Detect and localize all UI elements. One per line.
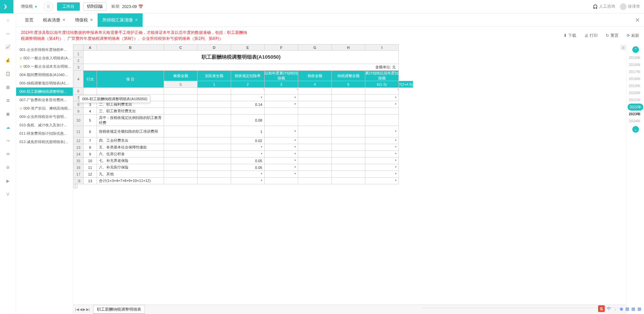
form-list: 001-企业所得税年度纳税申...⊘002-一般企业收入明细表(A...⊘003… <box>16 44 73 314</box>
year-item[interactable]: 2022年 <box>628 104 643 111</box>
form-list-item[interactable]: 005-纳税调整项目明细表(A1... <box>16 79 73 87</box>
nav-report-icon[interactable]: ▭ <box>5 30 11 37</box>
form-list-item[interactable]: 012-减免所得税优惠明细表(... <box>16 138 73 146</box>
form-list-item[interactable]: ⊘002-一般企业收入明细表(A... <box>16 54 73 62</box>
tab-税表清册[interactable]: 税表清册✕ <box>38 13 70 27</box>
close-icon[interactable]: ✕ <box>90 18 93 22</box>
tab-所得税汇算清缴[interactable]: 所得税汇算清缴✕ <box>98 13 143 27</box>
year-item[interactable]: 2023年 <box>628 111 643 118</box>
nav-video-icon[interactable]: ▶ <box>5 178 11 184</box>
sheet-nav-last-icon[interactable]: ▶| <box>86 307 90 312</box>
workbench-button[interactable]: 工作台 <box>57 2 80 11</box>
download-button[interactable]: ⬇ 下载 <box>564 33 576 39</box>
nav-active-icon[interactable]: ☁ <box>5 124 11 131</box>
year-item[interactable]: 2016年 <box>628 61 643 68</box>
year-up-icon[interactable]: ⌃ <box>632 46 639 53</box>
warn-icon: ⊘ <box>19 56 22 60</box>
sheet-nav-prev-icon[interactable]: ◀ <box>79 307 82 312</box>
nav-calendar-icon[interactable]: ▣ <box>5 111 11 117</box>
spreadsheet[interactable]: ABCDEFGHI1职工薪酬纳税调整明细表(A105050)23金额单位: 元4… <box>73 44 413 184</box>
form-list-item[interactable]: 001-企业所得税年度纳税申... <box>16 46 73 54</box>
warning-text: 2019年度涉及取以前年度结转数据的申报表单元格需要手工维护正确，才能保证本年及… <box>21 29 249 42</box>
left-nav: ⌂ ▭ 📈 💰 📋 ▦ 〓 ▣ ☁ ↪ ✉ ⚙ ▶ V <box>0 13 16 314</box>
form-list-item[interactable]: ⊘008-资产折旧、摊销及纳税... <box>16 104 73 113</box>
form-list-item[interactable]: 009-企业所得税弥补亏损明... <box>16 113 73 121</box>
document-icon[interactable]: ☰ <box>44 2 53 11</box>
nav-v-icon[interactable]: V <box>5 191 11 198</box>
nav-chart-icon[interactable]: 📈 <box>5 44 11 50</box>
chevron-down-icon: ▾ <box>35 4 37 9</box>
toolbar: 2019年度涉及取以前年度结转数据的申报表单元格需要手工维护正确，才能保证本年及… <box>16 27 644 44</box>
year-down-icon[interactable]: ⌄ <box>632 126 639 133</box>
year-item[interactable]: 2017年 <box>628 68 643 75</box>
ime-s-icon[interactable]: S <box>598 305 605 312</box>
period-value[interactable]: 2023-09 <box>122 4 137 9</box>
user-menu[interactable]: 徐泽华 <box>620 3 640 10</box>
consult-link[interactable]: 🎧 人工咨询 <box>593 4 615 9</box>
sheet-tab[interactable]: 职工薪酬纳税调整明细表 <box>93 305 145 314</box>
ime-item[interactable]: ◉ <box>620 306 623 311</box>
tax-type-select[interactable]: 增值税 ▾ <box>21 4 37 9</box>
sheet-tab-bar: |◀ ◀ ▶ ▶| 职工薪酬纳税调整明细表 <box>73 305 627 314</box>
year-item[interactable]: 2018年 <box>628 75 643 82</box>
nav-settings-icon[interactable]: ⚙ <box>5 164 11 171</box>
horizontal-scrollbar[interactable] <box>422 308 623 312</box>
ime-item[interactable]: ▦ <box>637 306 641 311</box>
topbar: 增值税 ▾ ☰ 工作台 切到旧版 账期 2023-09 📅 🎧 人工咨询 徐泽华 <box>0 0 644 13</box>
expand-arrow-icon[interactable]: » <box>621 45 626 50</box>
app-logo[interactable] <box>0 0 13 13</box>
ime-toolbar: S 中 ， ◉ ▦ ▦ ▦ <box>598 305 641 312</box>
year-item[interactable]: 2020年 <box>628 89 643 97</box>
year-item[interactable]: 2024年 <box>628 118 643 125</box>
ime-item[interactable]: ▦ <box>631 306 635 311</box>
tax-type-label: 增值税 <box>21 4 33 9</box>
collapse-handle[interactable]: ‹ <box>73 179 78 189</box>
form-list-item[interactable]: 010-免税、减计收入及加计... <box>16 121 73 129</box>
close-all-tabs-icon[interactable]: ✕ <box>635 16 640 24</box>
year-sidebar: ⌃ 2015年2016年2017年2018年2019年2020年2021年202… <box>627 44 644 314</box>
close-icon[interactable]: ✕ <box>135 18 138 22</box>
ime-item[interactable]: ▦ <box>625 306 629 311</box>
tab-增值税[interactable]: 增值税✕ <box>70 13 98 27</box>
close-icon[interactable]: ✕ <box>62 18 65 22</box>
form-list-item[interactable]: 011-研发费用加计扣除优惠... <box>16 129 73 138</box>
warn-icon: ⊘ <box>19 107 22 110</box>
refresh-button[interactable]: ⟳ 刷新 <box>627 33 639 39</box>
form-list-item[interactable]: ⊘003-一般企业成本支出明细... <box>16 62 73 71</box>
period-label: 账期 <box>111 4 119 9</box>
reset-button[interactable]: ↻ 重置 <box>606 33 619 39</box>
switch-old-button[interactable]: 切到旧版 <box>83 2 107 11</box>
form-list-item[interactable]: 004-期间费用明细表(A1040... <box>16 71 73 79</box>
nav-export-icon[interactable]: ↪ <box>5 137 11 144</box>
year-item[interactable]: 2021年 <box>628 97 643 104</box>
nav-grid-icon[interactable]: ▦ <box>5 84 11 90</box>
ime-item[interactable]: 中 <box>607 306 611 312</box>
avatar-icon <box>620 3 627 10</box>
sheet-nav-first-icon[interactable]: |◀ <box>75 307 79 312</box>
form-list-item[interactable]: 006-职工薪酬纳税调整明细... <box>16 87 73 96</box>
tooltip: 006-职工薪酬纳税调整明细表(A105050) <box>79 95 150 103</box>
year-item[interactable]: 2019年 <box>628 82 643 89</box>
nav-inbox-icon[interactable]: ✉ <box>5 151 11 158</box>
sheet-nav-next-icon[interactable]: ▶ <box>83 307 86 312</box>
tab-首页[interactable]: 首页 <box>20 13 38 27</box>
page-tabs: 首页税表清册✕增值税✕所得税汇算清缴✕ ✕ <box>16 13 644 27</box>
nav-home-icon[interactable]: ⌂ <box>5 17 11 23</box>
print-button[interactable]: 🖨 打印 <box>584 33 598 39</box>
form-list-item[interactable]: 007-广告费和业务宣传费跨... <box>16 96 73 104</box>
calendar-icon[interactable]: 📅 <box>138 4 143 9</box>
nav-clipboard-icon[interactable]: 📋 <box>5 70 11 77</box>
nav-tool-icon[interactable]: 〓 <box>5 97 11 104</box>
nav-bag-icon[interactable]: 💰 <box>5 57 11 64</box>
warn-icon: ⊘ <box>19 65 22 68</box>
ime-item[interactable]: ， <box>613 306 618 312</box>
year-item[interactable]: 2015年 <box>628 54 643 61</box>
